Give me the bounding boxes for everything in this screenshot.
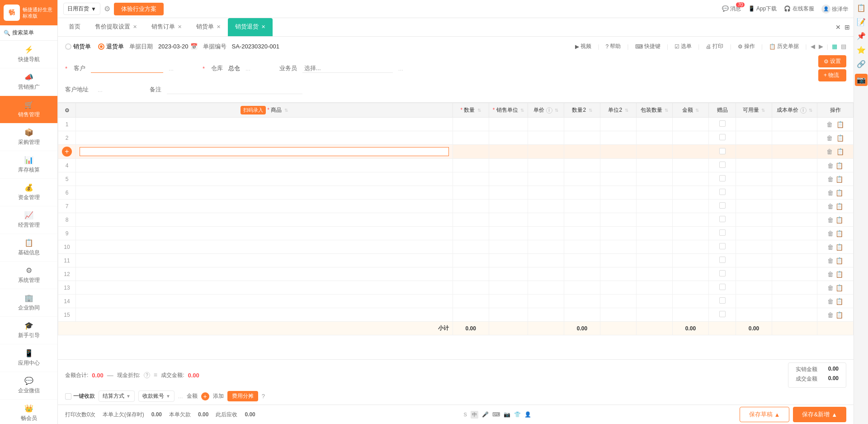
unit2-sort-icon[interactable]: ⇅ [625, 108, 628, 113]
one-click-payment-check[interactable]: 一键收款 [65, 392, 95, 400]
help-btn[interactable]: ? 帮助 [603, 41, 624, 52]
tab-price-setting[interactable]: 售价提取设置 ✕ [88, 18, 144, 36]
sidebar-item-sales[interactable]: 🛒 销售管理 [0, 96, 57, 124]
fee-info-icon[interactable]: ? [262, 393, 265, 400]
payment-checkbox[interactable] [65, 393, 71, 400]
product-cell[interactable] [76, 118, 453, 131]
delete-row-btn[interactable]: 🗑 [826, 283, 835, 292]
tab-sales-return[interactable]: 销货退货 ✕ [228, 18, 273, 36]
sidebar-item-purchase[interactable]: 📦 采购管理 [0, 124, 57, 151]
user-info[interactable]: 👤 徐泽华 [821, 5, 848, 14]
gift-checkbox[interactable] [719, 148, 726, 154]
radio-return[interactable]: 退货单 [98, 43, 124, 51]
delete-row-btn[interactable]: 🗑 [826, 147, 834, 156]
product-sort-icon[interactable]: ⇅ [284, 108, 288, 113]
delete-row-btn[interactable]: 🗑 [826, 243, 835, 252]
delete-row-btn[interactable]: 🗑 [826, 120, 834, 129]
gift-checkbox[interactable] [719, 120, 726, 127]
copy-row-btn[interactable]: 📋 [835, 270, 844, 279]
shirt-icon[interactable]: 👕 [514, 411, 521, 418]
online-service-btn[interactable]: 🎧 在线客服 [784, 5, 814, 13]
tab-sales-order[interactable]: 销售订单 ✕ [144, 18, 189, 36]
qty2-cell[interactable] [564, 118, 600, 131]
tab-sales-order-close[interactable]: ✕ [178, 24, 182, 30]
tab-price-setting-close[interactable]: ✕ [133, 24, 137, 30]
qty2-cell-active[interactable] [564, 145, 600, 159]
pack-cell-active[interactable] [637, 145, 673, 159]
save-draft-dropdown-icon[interactable]: ▲ [774, 411, 780, 418]
sidebar-item-finance[interactable]: 💰 资金管理 [0, 179, 57, 206]
settings-gear-icon[interactable]: ⚙ [104, 5, 110, 13]
radio-delivery[interactable]: 销货单 [65, 43, 91, 51]
sales-person-ellipsis[interactable]: ... [398, 65, 403, 72]
camera-icon[interactable]: 📷 [504, 411, 510, 418]
message-badge[interactable]: 💬 70 消息 [722, 5, 741, 13]
account-dropdown[interactable]: 收款账号 ▼ [138, 391, 175, 402]
unit-sort-icon[interactable]: ⇅ [520, 108, 524, 113]
right-panel-icon-1[interactable]: 📋 [857, 4, 866, 12]
right-panel-icon-2[interactable]: 📝 [857, 18, 866, 26]
print-btn[interactable]: 🖨 打印 [703, 41, 726, 52]
settings-btn[interactable]: ⚙ 设置 [818, 55, 846, 67]
cash-discount-info-icon[interactable]: ? [144, 372, 150, 378]
qty-cell-active[interactable] [453, 145, 489, 159]
available-cell-active[interactable] [736, 145, 772, 159]
add-payment-btn[interactable]: + [201, 392, 209, 400]
sidebar-item-operations[interactable]: 📈 经营管理 [0, 206, 57, 234]
price-cell[interactable] [528, 131, 564, 145]
close-tab-btn[interactable]: ✕ [835, 24, 841, 31]
select-btn[interactable]: ☑ 选单 [672, 41, 694, 52]
calendar-icon[interactable]: 📅 [190, 43, 198, 50]
qty-sort-icon[interactable]: ⇅ [477, 108, 481, 113]
sidebar-item-enterprise[interactable]: 🏢 企业协同 [0, 289, 57, 317]
delete-row-btn[interactable]: 🗑 [826, 270, 835, 279]
sales-person-input[interactable] [302, 64, 393, 73]
video-btn[interactable]: ▶ 视频 [572, 41, 594, 52]
logistics-btn[interactable]: + 物流 [818, 69, 846, 81]
experience-btn[interactable]: 体验行业方案 [114, 3, 164, 15]
gift-cell-active[interactable] [709, 145, 736, 159]
copy-row-btn[interactable]: 📋 [835, 297, 844, 306]
product-cell-active[interactable] [76, 145, 453, 159]
delete-row-btn[interactable]: 🗑 [826, 229, 835, 238]
copy-row-btn[interactable]: 📋 [835, 202, 844, 211]
price-cell[interactable] [528, 118, 564, 131]
cost-cell[interactable] [772, 131, 817, 145]
qty-cell[interactable] [453, 131, 489, 145]
qty2-sort-icon[interactable]: ⇅ [589, 108, 592, 113]
delete-row-btn[interactable]: 🗑 [826, 310, 835, 319]
amount-cell-active[interactable] [673, 145, 709, 159]
table-view1-btn[interactable]: ▦ [832, 43, 837, 50]
gift-checkbox[interactable] [719, 134, 726, 140]
copy-row-btn[interactable]: 📋 [835, 229, 844, 238]
maximize-tab-btn[interactable]: ⊞ [844, 24, 850, 31]
unit-cell-active[interactable] [489, 145, 528, 159]
sidebar-item-system[interactable]: ⚙ 系统管理 [0, 262, 57, 289]
sidebar-item-marketing[interactable]: 📣 营销推广 [0, 68, 57, 96]
next-record-btn[interactable]: ▶ [819, 43, 823, 50]
available-sort-icon[interactable]: ⇅ [761, 108, 765, 113]
app-download-btn[interactable]: 📱 App下载 [748, 5, 777, 13]
unit2-cell[interactable] [600, 131, 637, 145]
pack-cell[interactable] [637, 118, 673, 131]
qty2-cell[interactable] [564, 131, 600, 145]
tab-home[interactable]: 首页 [61, 18, 88, 36]
cost-cell-active[interactable] [772, 145, 817, 159]
delete-row-btn[interactable]: 🗑 [826, 188, 835, 197]
price-sort-icon[interactable]: ⇅ [555, 108, 558, 113]
copy-row-btn[interactable]: 📋 [835, 175, 844, 184]
sidebar-item-newbie[interactable]: 🎓 新手引导 [0, 317, 57, 344]
tab-sales-return-close[interactable]: ✕ [261, 24, 265, 30]
table-view2-btn[interactable]: ▤ [841, 43, 846, 50]
copy-row-btn[interactable]: 📋 [835, 256, 844, 265]
save-new-btn[interactable]: 保存&新增 ▲ [793, 407, 846, 422]
sidebar-item-quick-nav[interactable]: ⚡ 快捷导航 [0, 41, 57, 68]
delete-row-btn[interactable]: 🗑 [826, 175, 835, 184]
gift-cell[interactable] [709, 131, 736, 145]
settlement-dropdown[interactable]: 结算方式 ▼ [99, 391, 135, 402]
user2-icon[interactable]: 👤 [524, 411, 531, 418]
unit2-cell[interactable] [600, 118, 637, 131]
operation-btn[interactable]: ⚙ 操作 [735, 41, 758, 52]
pack-sort-icon[interactable]: ⇅ [665, 108, 668, 113]
price-cell-active[interactable] [528, 145, 564, 159]
